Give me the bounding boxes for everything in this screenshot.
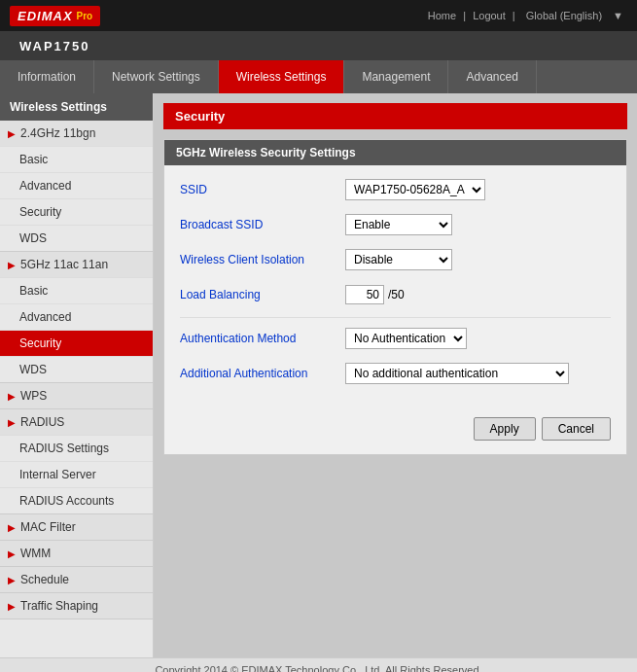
sidebar-item-5ghz-advanced[interactable]: Advanced bbox=[0, 303, 153, 330]
nav-bar: Information Network Settings Wireless Se… bbox=[0, 60, 637, 93]
sidebar-wmm-label: WMM bbox=[20, 547, 51, 560]
additional-auth-label: Additional Authentication bbox=[180, 367, 345, 380]
separator-1: | bbox=[463, 10, 469, 21]
additional-auth-select[interactable]: No additional authentication bbox=[345, 363, 569, 384]
load-balancing-input[interactable] bbox=[345, 285, 384, 304]
nav-network-settings[interactable]: Network Settings bbox=[94, 60, 219, 93]
model-bar: WAP1750 bbox=[0, 31, 637, 60]
arrow-icon-wps: ▶ bbox=[8, 391, 16, 402]
model-name: WAP1750 bbox=[19, 39, 90, 53]
chevron-down-icon: ▼ bbox=[613, 10, 623, 21]
header: EDIMAX Pro Home | Logout | Global (Engli… bbox=[0, 0, 637, 31]
sidebar-traffic-shaping[interactable]: ▶ Traffic Shaping bbox=[0, 593, 153, 619]
sidebar-title: Wireless Settings bbox=[0, 93, 153, 121]
form-row-auth-method: Authentication Method No Authentication … bbox=[180, 326, 611, 351]
sidebar-item-internal-server[interactable]: Internal Server bbox=[0, 461, 153, 487]
language-selector[interactable]: Global (English) bbox=[526, 10, 602, 21]
ssid-label: SSID bbox=[180, 183, 345, 196]
nav-management[interactable]: Management bbox=[344, 60, 448, 93]
arrow-icon-24ghz: ▶ bbox=[8, 128, 16, 139]
sidebar-group-5ghz-header[interactable]: ▶ 5GHz 11ac 11an bbox=[0, 252, 153, 277]
sidebar-item-radius-accounts[interactable]: RADIUS Accounts bbox=[0, 487, 153, 513]
footer: Copyright 2014 © EDIMAX Technology Co., … bbox=[0, 657, 637, 672]
load-balancing-label: Load Balancing bbox=[180, 288, 345, 301]
wireless-client-isolation-label: Wireless Client Isolation bbox=[180, 253, 345, 266]
header-links: Home | Logout | Global (English) ▼ bbox=[428, 10, 627, 21]
arrow-icon-mac-filter: ▶ bbox=[8, 522, 16, 533]
wireless-client-isolation-select-wrapper: Disable Enable bbox=[345, 249, 452, 270]
load-balancing-max: /50 bbox=[388, 288, 405, 301]
separator bbox=[180, 317, 611, 318]
form-row-wireless-client-isolation: Wireless Client Isolation Disable Enable bbox=[180, 247, 611, 272]
button-row: Apply Cancel bbox=[164, 407, 626, 454]
arrow-icon-schedule: ▶ bbox=[8, 575, 16, 585]
footer-text: Copyright 2014 © EDIMAX Technology Co., … bbox=[155, 664, 481, 672]
logo-edimax-text: EDIMAX bbox=[18, 9, 73, 23]
broadcast-ssid-select[interactable]: Enable Disable bbox=[345, 214, 452, 235]
nav-wireless-settings[interactable]: Wireless Settings bbox=[219, 60, 345, 93]
sidebar-group-24ghz-label: 2.4GHz 11bgn bbox=[20, 126, 95, 140]
sidebar-group-mac-filter: ▶ MAC Filter bbox=[0, 514, 153, 541]
content-box: 5GHz Wireless Security Settings SSID WAP… bbox=[163, 139, 627, 455]
sidebar-group-wps: ▶ WPS bbox=[0, 383, 153, 409]
logo-area: EDIMAX Pro bbox=[10, 6, 100, 26]
sidebar: Wireless Settings ▶ 2.4GHz 11bgn Basic A… bbox=[0, 93, 154, 657]
auth-method-label: Authentication Method bbox=[180, 332, 345, 345]
broadcast-ssid-select-wrapper: Enable Disable bbox=[345, 214, 452, 235]
home-link[interactable]: Home bbox=[428, 10, 456, 21]
nav-advanced[interactable]: Advanced bbox=[448, 60, 536, 93]
sidebar-wps-label: WPS bbox=[20, 389, 47, 403]
sidebar-wmm[interactable]: ▶ WMM bbox=[0, 541, 153, 566]
content-section-title: Security bbox=[163, 103, 627, 129]
sidebar-item-24ghz-basic[interactable]: Basic bbox=[0, 146, 153, 172]
sidebar-item-5ghz-basic[interactable]: Basic bbox=[0, 277, 153, 303]
apply-button[interactable]: Apply bbox=[474, 417, 536, 441]
form-row-broadcast-ssid: Broadcast SSID Enable Disable bbox=[180, 212, 611, 237]
arrow-icon-radius: ▶ bbox=[8, 417, 16, 428]
logo: EDIMAX Pro bbox=[10, 6, 100, 26]
arrow-icon-wmm: ▶ bbox=[8, 548, 16, 559]
sidebar-item-radius-settings[interactable]: RADIUS Settings bbox=[0, 435, 153, 461]
load-balancing-control: /50 bbox=[345, 285, 405, 304]
sidebar-group-radius: ▶ RADIUS RADIUS Settings Internal Server… bbox=[0, 409, 153, 514]
ssid-select[interactable]: WAP1750-05628A_A bbox=[345, 179, 485, 200]
content-box-title: 5GHz Wireless Security Settings bbox=[164, 140, 626, 165]
form-area: SSID WAP1750-05628A_A Broadcast SSID Ena… bbox=[164, 165, 626, 407]
sidebar-wps[interactable]: ▶ WPS bbox=[0, 383, 153, 408]
sidebar-schedule[interactable]: ▶ Schedule bbox=[0, 567, 153, 592]
sidebar-group-24ghz: ▶ 2.4GHz 11bgn Basic Advanced Security W… bbox=[0, 121, 153, 252]
sidebar-item-24ghz-security[interactable]: Security bbox=[0, 198, 153, 225]
sidebar-mac-filter[interactable]: ▶ MAC Filter bbox=[0, 514, 153, 540]
additional-auth-select-wrapper: No additional authentication bbox=[345, 363, 569, 384]
ssid-select-wrapper: WAP1750-05628A_A bbox=[345, 179, 485, 200]
sidebar-radius[interactable]: ▶ RADIUS bbox=[0, 409, 153, 435]
form-row-load-balancing: Load Balancing /50 bbox=[180, 282, 611, 307]
sidebar-item-24ghz-advanced[interactable]: Advanced bbox=[0, 172, 153, 198]
sidebar-radius-label: RADIUS bbox=[20, 415, 64, 429]
logo-pro-text: Pro bbox=[77, 11, 93, 21]
sidebar-item-24ghz-wds[interactable]: WDS bbox=[0, 225, 153, 251]
sidebar-schedule-label: Schedule bbox=[20, 573, 69, 586]
sidebar-group-5ghz-label: 5GHz 11ac 11an bbox=[20, 258, 108, 271]
sidebar-mac-filter-label: MAC Filter bbox=[20, 520, 76, 534]
main-layout: Wireless Settings ▶ 2.4GHz 11bgn Basic A… bbox=[0, 93, 637, 657]
sidebar-traffic-shaping-label: Traffic Shaping bbox=[20, 599, 98, 613]
sidebar-group-24ghz-header[interactable]: ▶ 2.4GHz 11bgn bbox=[0, 121, 153, 146]
sidebar-group-schedule: ▶ Schedule bbox=[0, 567, 153, 593]
sidebar-group-wmm: ▶ WMM bbox=[0, 541, 153, 567]
sidebar-item-5ghz-security[interactable]: Security bbox=[0, 330, 153, 356]
nav-information[interactable]: Information bbox=[0, 60, 94, 93]
auth-method-select-wrapper: No Authentication WEP WPA bbox=[345, 328, 467, 349]
separator-2: | bbox=[513, 10, 518, 21]
broadcast-ssid-label: Broadcast SSID bbox=[180, 218, 345, 231]
wireless-client-isolation-select[interactable]: Disable Enable bbox=[345, 249, 452, 270]
logout-link[interactable]: Logout bbox=[473, 10, 506, 21]
sidebar-group-5ghz: ▶ 5GHz 11ac 11an Basic Advanced Security… bbox=[0, 252, 153, 383]
arrow-icon-traffic-shaping: ▶ bbox=[8, 601, 16, 612]
sidebar-item-5ghz-wds[interactable]: WDS bbox=[0, 356, 153, 382]
sidebar-group-traffic-shaping: ▶ Traffic Shaping bbox=[0, 593, 153, 619]
cancel-button[interactable]: Cancel bbox=[542, 417, 611, 441]
form-row-ssid: SSID WAP1750-05628A_A bbox=[180, 177, 611, 202]
auth-method-select[interactable]: No Authentication WEP WPA bbox=[345, 328, 467, 349]
arrow-icon-5ghz: ▶ bbox=[8, 260, 16, 270]
